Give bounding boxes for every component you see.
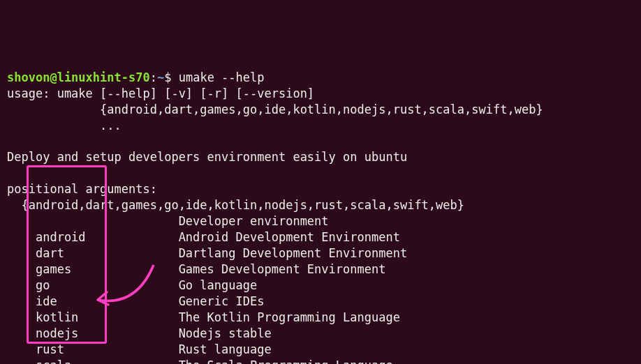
arg-row: scala The Scala Programming Language bbox=[7, 358, 393, 364]
arg-row: dart Dartlang Development Environment bbox=[7, 246, 407, 260]
usage-line-2: {android,dart,games,go,ide,kotlin,nodejs… bbox=[7, 103, 543, 116]
arg-row: games Games Development Environment bbox=[7, 262, 385, 276]
prompt-colon: : bbox=[150, 70, 157, 84]
prompt-path: ~ bbox=[157, 70, 164, 84]
arg-row: rust Rust language bbox=[7, 342, 272, 356]
arg-row: nodejs Nodejs stable bbox=[7, 326, 272, 340]
prompt-dollar: $ bbox=[164, 70, 178, 84]
prompt-user: shovon@linuxhint-s70 bbox=[7, 70, 150, 84]
usage-line-1: usage: umake [--help] [-v] [-r] [--versi… bbox=[7, 86, 314, 100]
terminal-prompt: shovon@linuxhint-s70:~$ bbox=[7, 70, 179, 84]
usage-line-3: ... bbox=[7, 119, 121, 132]
positional-header: positional arguments: bbox=[7, 182, 157, 196]
arg-row: go Go language bbox=[7, 278, 257, 292]
env-header-desc: Developer environment bbox=[7, 214, 329, 228]
command-input[interactable]: umake --help bbox=[179, 70, 265, 84]
arg-row: kotlin The Kotlin Programming Language bbox=[7, 310, 400, 324]
arg-row: android Android Development Environment bbox=[7, 230, 400, 244]
description: Deploy and setup developers environment … bbox=[7, 150, 407, 164]
args-list: android Android Development Environment … bbox=[7, 229, 634, 364]
arg-row: ide Generic IDEs bbox=[7, 294, 264, 308]
positional-choices: {android,dart,games,go,ide,kotlin,nodejs… bbox=[7, 198, 464, 212]
